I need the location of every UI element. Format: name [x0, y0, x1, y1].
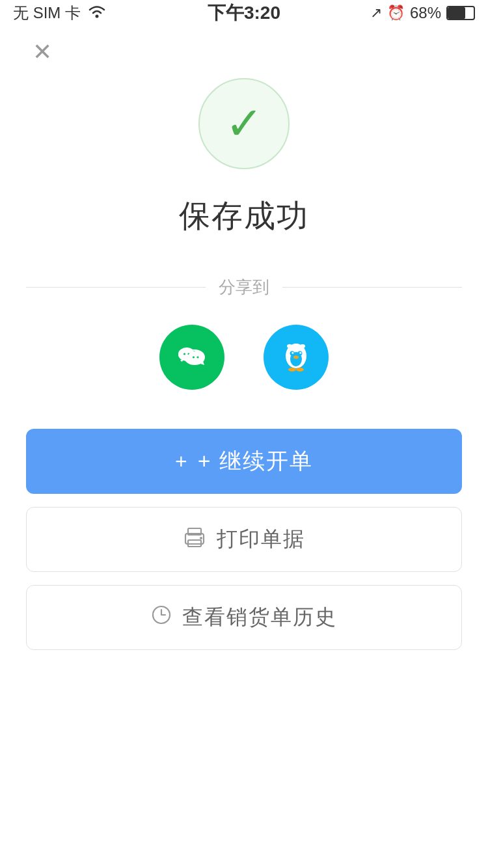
- history-button[interactable]: 查看销货单历史: [26, 585, 462, 650]
- wechat-share-button[interactable]: [159, 325, 224, 390]
- checkmark-icon: ✓: [225, 101, 264, 146]
- share-section: 分享到: [0, 276, 488, 390]
- success-title: 保存成功: [179, 195, 309, 237]
- close-icon: ✕: [33, 40, 52, 64]
- print-icon: [183, 527, 206, 552]
- svg-point-15: [193, 356, 195, 358]
- history-label: 查看销货单历史: [182, 603, 337, 632]
- share-divider: 分享到: [0, 276, 488, 299]
- battery-percent: 68%: [410, 4, 441, 22]
- buttons-section: + + 继续开单 打印单据: [0, 429, 488, 650]
- svg-point-27: [287, 344, 292, 348]
- svg-point-11: [183, 353, 185, 355]
- status-time: 下午3:20: [208, 1, 280, 25]
- main-content: ✓ 保存成功 分享到: [0, 26, 488, 650]
- share-label: 分享到: [206, 276, 282, 299]
- qq-icon: [277, 338, 316, 377]
- sim-status: 无 SIM 卡: [13, 3, 81, 23]
- continue-button[interactable]: + + 继续开单: [26, 429, 462, 494]
- svg-point-32: [200, 537, 202, 539]
- svg-point-25: [288, 368, 296, 372]
- svg-point-24: [293, 356, 299, 359]
- location-icon: ↗: [370, 5, 382, 21]
- divider-line-right: [282, 287, 462, 288]
- print-button[interactable]: 打印单据: [26, 507, 462, 572]
- print-label: 打印单据: [217, 525, 305, 554]
- wechat-icon: [172, 338, 211, 377]
- history-icon: [151, 604, 172, 631]
- close-button[interactable]: ✕: [26, 36, 59, 68]
- status-right: ↗ ⏰ 68%: [370, 4, 475, 22]
- divider-line-left: [26, 287, 206, 288]
- status-left: 无 SIM 卡: [13, 3, 107, 23]
- svg-point-22: [291, 352, 293, 354]
- alarm-icon: ⏰: [387, 5, 405, 21]
- battery-icon: [446, 6, 475, 20]
- continue-label: + 继续开单: [198, 446, 313, 476]
- svg-point-28: [300, 344, 305, 348]
- status-bar: 无 SIM 卡 下午3:20 ↗ ⏰ 68%: [0, 0, 488, 26]
- svg-point-26: [296, 368, 304, 372]
- share-icons: [159, 325, 329, 390]
- wifi-icon: [87, 3, 107, 23]
- svg-point-23: [299, 352, 301, 354]
- plus-icon: +: [175, 450, 187, 474]
- success-circle: ✓: [198, 78, 290, 169]
- svg-point-16: [197, 356, 198, 358]
- qq-share-button[interactable]: [264, 325, 329, 390]
- svg-point-0: [96, 14, 99, 18]
